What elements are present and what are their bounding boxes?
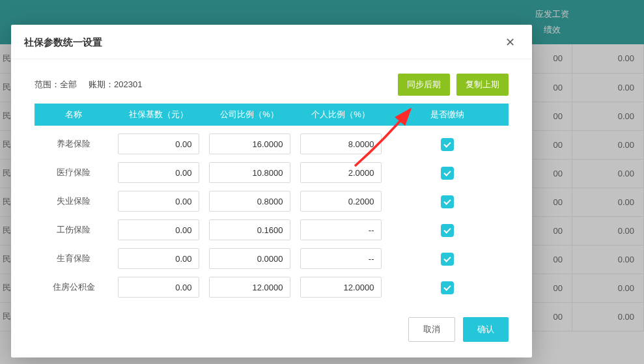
scope-period-info: 范围：全部 账期：202301 [35,79,142,91]
pay-checkbox[interactable] [441,195,454,208]
personal-rate-input[interactable] [300,277,382,298]
pay-checkbox[interactable] [441,224,454,237]
table-row: 工伤保险 [35,216,509,244]
modal-footer: 取消 确认 [11,301,532,346]
close-icon: ✕ [505,36,515,49]
confirm-button[interactable]: 确认 [463,317,509,342]
company-rate-input[interactable] [209,191,290,212]
row-name: 养老保险 [35,138,113,150]
row-name: 医疗保险 [35,167,113,178]
company-rate-input[interactable] [209,133,290,154]
scope-label: 范围： [35,79,60,89]
params-table: 名称 社保基数（元） 公司比例（%） 个人比例（%） 是否缴纳 养老保险 医疗保… [11,104,532,301]
cancel-button[interactable]: 取消 [408,317,455,342]
pay-checkbox[interactable] [441,253,454,266]
pay-checkbox[interactable] [441,281,454,294]
row-name: 失业保险 [35,195,113,207]
scope-value: 全部 [60,79,77,89]
personal-rate-input[interactable] [300,162,382,183]
action-buttons: 同步后期 复制上期 [398,74,509,96]
row-name: 生育保险 [35,253,113,264]
row-name: 住房公积金 [35,281,113,293]
th-personal-rate: 个人比例（%） [295,109,386,120]
modal-header: 社保参数统一设置 ✕ [11,25,532,59]
th-base: 社保基数（元） [113,109,204,120]
company-rate-input[interactable] [209,162,290,183]
personal-rate-input[interactable] [300,219,382,240]
base-input[interactable] [118,162,199,183]
th-name: 名称 [35,109,113,120]
table-row: 生育保险 [35,244,509,273]
pay-checkbox[interactable] [441,138,454,151]
row-name: 工伤保险 [35,224,113,236]
base-input[interactable] [118,191,199,212]
sync-later-button[interactable]: 同步后期 [398,74,450,96]
table-header-row: 名称 社保基数（元） 公司比例（%） 个人比例（%） 是否缴纳 [35,104,509,126]
base-input[interactable] [118,219,199,240]
base-input[interactable] [118,248,199,269]
company-rate-input[interactable] [209,277,290,298]
table-row: 养老保险 [35,130,509,158]
personal-rate-input[interactable] [300,133,382,154]
period-label: 账期： [89,79,114,89]
company-rate-input[interactable] [209,219,290,240]
th-company-rate: 公司比例（%） [204,109,295,120]
base-input[interactable] [118,277,199,298]
table-row: 失业保险 [35,187,509,216]
close-button[interactable]: ✕ [501,34,519,51]
info-row: 范围：全部 账期：202301 同步后期 复制上期 [11,59,532,104]
table-row: 住房公积金 [35,273,509,301]
period-value: 202301 [114,79,142,89]
copy-prev-button[interactable]: 复制上期 [456,74,509,96]
modal-title: 社保参数统一设置 [24,36,102,49]
personal-rate-input[interactable] [300,191,382,212]
personal-rate-input[interactable] [300,248,382,269]
company-rate-input[interactable] [209,248,290,269]
social-insurance-modal: 社保参数统一设置 ✕ 范围：全部 账期：202301 同步后期 复制上期 名称 … [11,25,532,357]
table-row: 医疗保险 [35,158,509,187]
pay-checkbox[interactable] [441,167,454,180]
base-input[interactable] [118,133,199,154]
th-pay: 是否缴纳 [386,109,509,120]
